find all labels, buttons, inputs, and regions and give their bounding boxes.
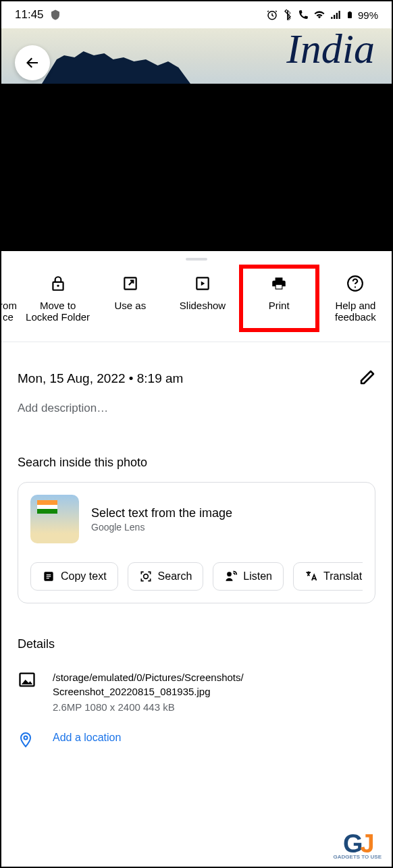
action-label: Slideshow <box>180 300 226 311</box>
svg-point-11 <box>143 574 148 579</box>
lens-select-text-row[interactable]: Select text from the image Google Lens <box>30 495 363 543</box>
status-left: 11:45 <box>15 8 61 22</box>
lens-section-title: Search inside this photo <box>18 456 375 470</box>
scan-search-icon <box>139 570 153 583</box>
back-button[interactable] <box>15 45 50 80</box>
battery-icon <box>346 9 354 21</box>
lens-translate-button[interactable]: Translate <box>293 562 363 591</box>
action-move-to-locked[interactable]: Move toLocked Folder <box>22 269 94 328</box>
svg-rect-7 <box>276 285 282 288</box>
status-bar: 11:45 99% <box>1 1 392 28</box>
action-label: Print <box>269 300 290 311</box>
add-location-link[interactable]: Add a location <box>53 732 121 751</box>
silhouette-graphic <box>42 43 190 84</box>
lens-copy-text-button[interactable]: Copy text <box>30 562 118 591</box>
lens-card: Select text from the image Google Lens C… <box>18 482 375 603</box>
details-section: Details /storage/emulated/0/Pictures/Scr… <box>1 617 392 751</box>
banner-text: India <box>286 28 375 73</box>
external-icon <box>121 274 140 293</box>
file-path: /storage/emulated/0/Pictures/Screenshots… <box>53 670 244 699</box>
image-file-icon <box>18 670 36 713</box>
action-label: Use as <box>114 300 146 311</box>
app-indicator-icon <box>49 9 61 21</box>
action-slideshow[interactable]: Slideshow <box>166 269 238 328</box>
photo-date-time: Mon, 15 Aug, 2022 • 8:19 am <box>18 371 183 386</box>
location-pin-icon <box>18 732 36 751</box>
info-section: Mon, 15 Aug, 2022 • 8:19 am Add descript… <box>1 342 392 429</box>
lens-thumbnail <box>30 495 79 543</box>
status-right: 99% <box>266 9 378 21</box>
file-meta: 2.6MP 1080 x 2400 443 kB <box>53 701 244 713</box>
svg-point-14 <box>24 736 28 740</box>
photo-details-sheet: romce Move toLocked Folder Use as Slides… <box>1 251 392 867</box>
bluetooth-icon <box>282 9 293 20</box>
action-label: romce <box>0 300 17 323</box>
svg-rect-1 <box>348 12 352 18</box>
wifi-icon <box>313 9 325 21</box>
lens-select-label: Select text from the image <box>91 506 232 520</box>
lens-listen-button[interactable]: Listen <box>213 562 284 591</box>
watermark-text: GADGETS TO USE <box>334 854 382 860</box>
action-help-feedback[interactable]: Help andfeedback <box>319 269 392 328</box>
photo-viewer[interactable]: India <box>1 28 392 251</box>
call-icon <box>297 9 309 21</box>
file-detail-row: /storage/emulated/0/Pictures/Screenshots… <box>18 670 375 713</box>
lens-search-button[interactable]: Search <box>128 562 204 591</box>
svg-point-4 <box>57 285 59 287</box>
location-row[interactable]: Add a location <box>18 732 375 751</box>
action-remove-from-device[interactable]: romce <box>0 269 22 328</box>
status-time: 11:45 <box>15 8 44 22</box>
edit-button[interactable] <box>359 369 375 388</box>
sheet-handle[interactable] <box>186 258 207 261</box>
add-description-field[interactable]: Add description… <box>18 402 375 415</box>
svg-point-9 <box>355 286 356 288</box>
action-label: Help andfeedback <box>335 300 376 323</box>
watermark-logo: GJ <box>334 834 382 854</box>
listen-icon <box>224 570 238 583</box>
help-icon <box>346 274 365 293</box>
details-title: Details <box>18 637 375 651</box>
lens-actions: Copy text Search Listen Translate <box>30 562 363 591</box>
signal-icon <box>330 9 342 21</box>
svg-point-12 <box>227 572 232 576</box>
copy-text-icon <box>42 570 55 583</box>
action-use-as[interactable]: Use as <box>94 269 166 328</box>
action-label: Move toLocked Folder <box>26 300 90 323</box>
battery-percent: 99% <box>358 9 378 21</box>
pencil-icon <box>359 369 375 385</box>
lens-section: Search inside this photo Select text fro… <box>1 456 392 617</box>
lens-subtitle: Google Lens <box>91 522 232 533</box>
play-icon <box>193 274 212 293</box>
action-print[interactable]: Print <box>239 265 319 332</box>
arrow-left-icon <box>24 55 41 71</box>
watermark: GJ GADGETS TO USE <box>334 834 382 860</box>
translate-icon <box>305 570 318 583</box>
alarm-icon <box>266 9 278 21</box>
svg-rect-2 <box>348 11 350 13</box>
print-icon <box>269 274 288 293</box>
photo-content: India <box>1 28 392 84</box>
actions-row[interactable]: romce Move toLocked Folder Use as Slides… <box>1 269 392 342</box>
lock-icon <box>49 274 68 293</box>
